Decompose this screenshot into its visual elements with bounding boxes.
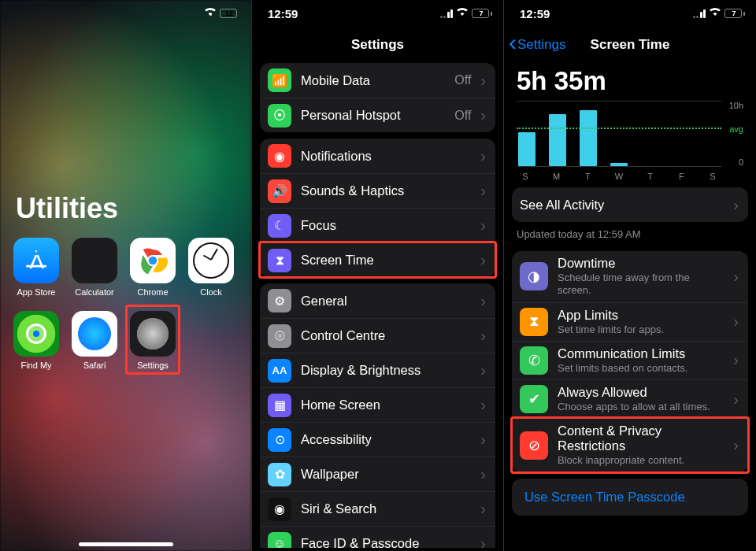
gear-icon: ⚙ [268,289,291,312]
usage-chart: 10h avg 0 SMTWTFS [517,101,743,181]
row-app-limits[interactable]: ⧗App LimitsSet time limits for apps.› [512,302,748,341]
bar [549,114,566,166]
battery-icon: 7 [472,9,492,18]
row-notifications[interactable]: ◉Notifications› [260,139,495,173]
navbar: Settings Screen Time [504,27,756,63]
chevron-right-icon: › [480,251,486,269]
chevron-right-icon: › [480,292,486,310]
communication-icon: ✆ [520,346,548,375]
chevron-right-icon: › [480,216,486,235]
row-general[interactable]: ⚙General› [260,283,495,318]
row-accessibility[interactable]: ⊙Accessibility› [260,422,495,457]
row-siri[interactable]: ◉Siri & Search› [260,491,495,526]
cellular-icon [440,9,454,18]
app-chrome[interactable]: Chrome [128,238,178,297]
row-screen-time[interactable]: ⧗Screen Time› [260,242,495,277]
updated-label: Updated today at 12:59 AM [504,228,756,245]
chevron-right-icon: › [733,196,739,214]
status-bar: 12:59 7 [252,0,503,27]
chevron-right-icon: › [733,268,739,286]
row-faceid[interactable]: ☺Face ID & Passcode› [260,526,495,548]
row-content-restrictions[interactable]: ⊘Content & Privacy RestrictionsBlock ina… [512,418,748,471]
page-title: Screen Time [591,37,670,53]
homescreen-panel: 12:36 12 Utilities App Store Calculator … [0,0,252,551]
group-radio: 📶Mobile DataOff› ⦿Personal HotspotOff› [260,63,495,132]
app-settings[interactable]: Settings [128,311,178,370]
category-label: M [548,172,565,181]
category-label: S [517,172,534,181]
row-always-allowed[interactable]: ✔Always AllowedChoose apps to allow at a… [512,379,748,418]
group-general: ⚙General› ⦾Control Centre› AADisplay & B… [260,283,495,548]
battery-icon: 7 [724,9,745,18]
row-see-all-activity[interactable]: See All Activity› [512,187,748,222]
chevron-right-icon: › [480,534,486,548]
check-icon: ✔ [520,385,548,413]
app-grid: App Store Calculator Chrome Clock Find M… [0,238,251,370]
chevron-right-icon: › [733,390,739,409]
category-label: W [610,172,628,181]
chevron-right-icon: › [480,147,486,165]
downtime-icon: ◑ [520,262,548,290]
app-limits-icon: ⧗ [520,308,548,336]
chevron-right-icon: › [480,431,486,449]
antenna-icon: 📶 [268,68,291,92]
app-appstore[interactable]: App Store [11,238,61,297]
row-use-passcode[interactable]: Use Screen Time Passcode [512,479,748,516]
clock-time: 12:59 [268,7,298,20]
sliders-icon: ⦾ [268,324,291,348]
chevron-right-icon: › [480,500,486,518]
total-time: 5h 35m [504,63,756,101]
chevron-right-icon: › [480,396,486,414]
row-sounds[interactable]: 🔊Sounds & Haptics› [260,173,495,208]
row-focus[interactable]: ☾Focus› [260,208,495,242]
row-communication-limits[interactable]: ✆Communication LimitsSet limits based on… [512,341,748,379]
row-display[interactable]: AADisplay & Brightness› [260,353,495,387]
no-entry-icon: ⊘ [520,431,548,460]
row-wallpaper[interactable]: ✿Wallpaper› [260,457,495,491]
home-indicator[interactable] [79,542,173,546]
flower-icon: ✿ [268,463,291,486]
category-label: T [642,172,659,181]
clock-time: 12:59 [520,7,550,20]
avg-line-icon [517,128,721,129]
back-button[interactable]: Settings [509,35,565,54]
wifi-icon [709,6,721,19]
chevron-right-icon: › [733,351,739,369]
chevron-right-icon: › [733,436,739,454]
wifi-icon [204,6,217,19]
folder-title: Utilities [16,192,251,225]
page-title: Settings [351,37,404,53]
chevron-right-icon: › [733,312,739,331]
wifi-icon [456,6,469,19]
hourglass-icon: ⧗ [268,249,291,272]
app-safari[interactable]: Safari [69,311,120,370]
row-home-screen[interactable]: ▦Home Screen› [260,387,495,422]
chevron-right-icon: › [480,72,486,90]
y-top-label: 10h [729,101,743,110]
row-downtime[interactable]: ◑DowntimeSchedule time away from the scr… [512,251,748,302]
row-mobile-data[interactable]: 📶Mobile DataOff› [260,63,495,98]
app-calculator[interactable]: Calculator [69,238,120,297]
bar [518,132,536,166]
highlight-box-icon [125,305,180,375]
accessibility-icon: ⊙ [268,428,291,452]
chevron-right-icon: › [480,465,486,483]
chevron-right-icon: › [480,106,486,124]
moon-icon: ☾ [268,214,291,238]
cellular-icon [693,9,706,18]
app-clock[interactable]: Clock [186,238,236,297]
row-control-centre[interactable]: ⦾Control Centre› [260,318,495,353]
chevron-left-icon [509,35,517,54]
link-icon: ⦿ [268,104,291,128]
navbar: Settings [252,27,503,63]
chevron-right-icon: › [480,182,486,200]
y-bottom-label: 0 [739,157,743,167]
battery-icon: 12 [220,9,240,18]
row-personal-hotspot[interactable]: ⦿Personal HotspotOff› [260,98,495,132]
face-id-icon: ☺ [268,532,291,549]
app-findmy[interactable]: Find My [11,311,61,370]
chevron-right-icon: › [480,361,486,379]
category-label: T [579,172,596,181]
group-passcode: Use Screen Time Passcode [512,479,748,516]
speaker-icon: 🔊 [268,179,291,203]
